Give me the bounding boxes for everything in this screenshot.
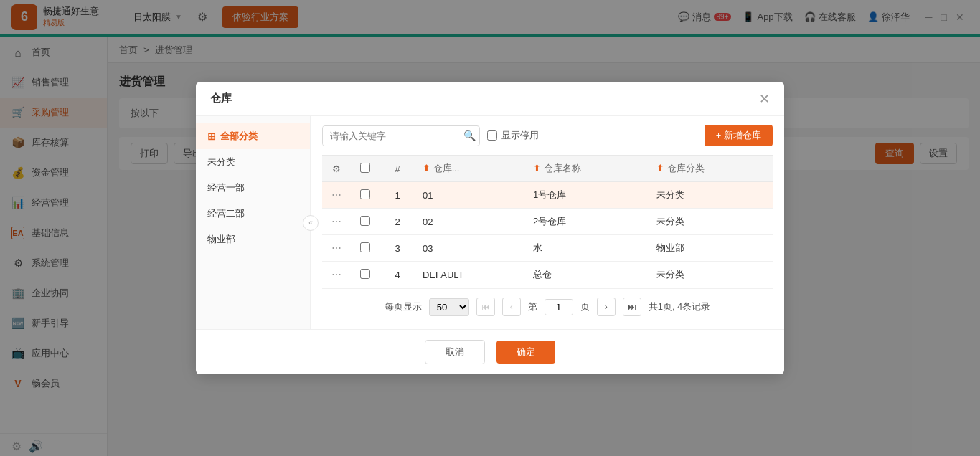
row-more-icon[interactable]: ⋯ <box>331 242 341 254</box>
last-page-button[interactable]: ⏭ <box>623 298 641 316</box>
category-collapse-button[interactable]: « <box>303 215 319 231</box>
col-header-code: ⬆ 仓库... <box>415 156 526 182</box>
row-code: DEFAULT <box>415 262 526 288</box>
row-more-icon[interactable]: ⋯ <box>331 216 341 227</box>
modal-header: 仓库 ✕ <box>196 82 784 116</box>
row-code: 03 <box>415 235 526 262</box>
warehouse-table: ⚙ # ⬆ 仓库... <box>322 155 773 288</box>
col-header-check <box>351 156 380 182</box>
prev-page-button[interactable]: ‹ <box>502 298 521 316</box>
page-label: 第 <box>528 300 537 313</box>
page-unit: 页 <box>580 300 590 313</box>
table-row[interactable]: ⋯ 3 03 水 物业部 <box>322 235 773 262</box>
cat-item-all[interactable]: ⊞ 全部分类 <box>196 123 310 149</box>
row-num: 4 <box>380 262 415 288</box>
show-disabled-checkbox[interactable] <box>487 130 497 141</box>
row-category: 未分类 <box>649 209 773 235</box>
row-checkbox[interactable] <box>360 189 370 199</box>
add-warehouse-button[interactable]: + 新增仓库 <box>705 125 773 146</box>
cat-label-none: 未分类 <box>207 156 235 168</box>
row-name: 总仓 <box>526 262 649 288</box>
row-action: ⋯ <box>322 235 351 262</box>
table-row[interactable]: ⋯ 1 01 1号仓库 未分类 <box>322 182 773 209</box>
modal-body: ⊞ 全部分类 未分类 经营一部 经营二部 物业部 « <box>196 116 784 329</box>
cat-label-all: 全部分类 <box>220 130 258 143</box>
table-header-row: ⚙ # ⬆ 仓库... <box>322 156 773 182</box>
table-toolbar: 🔍 显示停用 + 新增仓库 <box>322 125 773 146</box>
modal-close-button[interactable]: ✕ <box>759 92 770 105</box>
modal-footer: 取消 确定 <box>196 329 784 374</box>
col-header-category: ⬆ 仓库分类 <box>649 156 773 182</box>
modal-title: 仓库 <box>210 92 232 105</box>
row-check <box>351 182 380 209</box>
row-num: 3 <box>380 235 415 262</box>
sort-icon-code: ⬆ <box>423 163 430 174</box>
cat-label-dept1: 经营一部 <box>207 181 245 194</box>
row-category: 物业部 <box>649 235 773 262</box>
cat-item-property[interactable]: 物业部 <box>196 227 310 252</box>
cat-item-none[interactable]: 未分类 <box>196 149 310 175</box>
table-row[interactable]: ⋯ 4 DEFAULT 总仓 未分类 <box>322 262 773 288</box>
row-checkbox[interactable] <box>360 242 370 252</box>
col-header-num: # <box>380 156 415 182</box>
table-scroll: ⚙ # ⬆ 仓库... <box>322 155 773 288</box>
category-sidebar: ⊞ 全部分类 未分类 经营一部 经营二部 物业部 « <box>196 116 311 329</box>
cancel-button[interactable]: 取消 <box>425 340 485 364</box>
row-category: 未分类 <box>649 262 773 288</box>
confirm-button[interactable]: 确定 <box>496 341 555 364</box>
per-page-select[interactable]: 50 20 100 <box>429 298 469 316</box>
cat-label-property: 物业部 <box>207 233 235 246</box>
total-info: 共1页, 4条记录 <box>649 300 711 313</box>
row-checkbox[interactable] <box>360 216 370 226</box>
sort-icon-name: ⬆ <box>533 163 541 174</box>
modal-overlay: 仓库 ✕ ⊞ 全部分类 未分类 经营一部 经营二部 <box>0 0 980 456</box>
row-action: ⋯ <box>322 209 351 235</box>
cat-item-dept2[interactable]: 经营二部 <box>196 201 310 227</box>
row-action: ⋯ <box>322 262 351 288</box>
row-check <box>351 262 380 288</box>
first-page-button[interactable]: ⏮ <box>476 298 495 316</box>
row-num: 1 <box>380 182 415 209</box>
row-more-icon[interactable]: ⋯ <box>331 189 341 201</box>
row-name: 1号仓库 <box>526 182 649 209</box>
sort-icon-category: ⬆ <box>656 163 664 174</box>
search-box: 🔍 <box>322 125 480 146</box>
table-row[interactable]: ⋯ 2 02 2号仓库 未分类 <box>322 209 773 235</box>
table-area: 🔍 显示停用 + 新增仓库 ⚙ <box>311 116 784 329</box>
settings-icon[interactable]: ⚙ <box>332 163 341 174</box>
page-input[interactable] <box>545 299 573 315</box>
row-code: 01 <box>415 182 526 209</box>
row-checkbox[interactable] <box>360 269 370 279</box>
cat-label-dept2: 经营二部 <box>207 207 245 220</box>
row-name: 水 <box>526 235 649 262</box>
col-header-settings: ⚙ <box>322 156 351 182</box>
row-check <box>351 209 380 235</box>
row-code: 02 <box>415 209 526 235</box>
pagination: 每页显示 50 20 100 ⏮ ‹ 第 页 › ⏭ 共1页, 4条记录 <box>322 288 773 320</box>
all-cat-icon: ⊞ <box>207 130 216 142</box>
show-disabled-label: 显示停用 <box>501 129 539 142</box>
select-all-checkbox[interactable] <box>360 163 370 173</box>
row-name: 2号仓库 <box>526 209 649 235</box>
warehouse-modal: 仓库 ✕ ⊞ 全部分类 未分类 经营一部 经营二部 <box>196 82 784 374</box>
search-input[interactable] <box>323 126 458 146</box>
row-check <box>351 235 380 262</box>
row-num: 2 <box>380 209 415 235</box>
row-more-icon[interactable]: ⋯ <box>331 269 341 280</box>
row-category: 未分类 <box>649 182 773 209</box>
next-page-button[interactable]: › <box>597 298 616 316</box>
cat-item-dept1[interactable]: 经营一部 <box>196 175 310 201</box>
search-button[interactable]: 🔍 <box>458 130 480 141</box>
row-action: ⋯ <box>322 182 351 209</box>
per-page-label: 每页显示 <box>385 300 422 313</box>
show-disabled-check: 显示停用 <box>487 129 539 142</box>
col-header-name: ⬆ 仓库名称 <box>526 156 649 182</box>
